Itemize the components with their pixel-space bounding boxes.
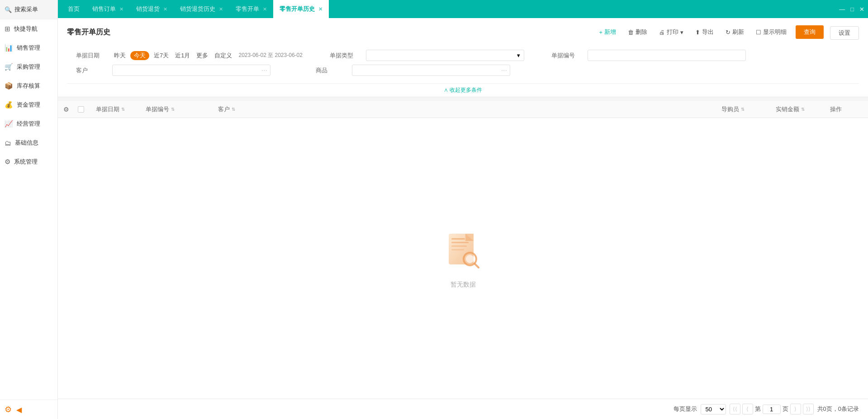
th-num[interactable]: 单据编号 ⇅ (142, 105, 214, 113)
tab-home[interactable]: 首页 (62, 0, 86, 18)
sales-icon: 📊 (5, 44, 13, 52)
goods-dots[interactable]: ··· (501, 66, 507, 75)
delete-label: 删除 (636, 28, 647, 36)
svg-rect-3 (451, 245, 467, 247)
export-button[interactable]: ⬆ 导出 (693, 26, 716, 38)
date-range-display: 2023-06-02 至 2023-06-02 (238, 52, 302, 59)
page-last-button[interactable]: ⟩⟩ (803, 404, 814, 414)
search-icon: 🔍 (5, 6, 12, 13)
add-button[interactable]: + 新增 (596, 26, 619, 38)
refresh-button[interactable]: ↻ 刷新 (723, 26, 747, 38)
filter-area: 单据日期 昨天 今天 近7天 近1月 更多 自定义 2023-06-02 至 2… (67, 45, 859, 83)
table-settings-icon[interactable]: ⚙ (63, 106, 78, 113)
svg-rect-1 (451, 238, 465, 240)
num-input-wrapper[interactable] (588, 50, 746, 61)
display-detail-button[interactable]: ☐ 显示明细 (753, 26, 789, 38)
add-label: 新增 (604, 28, 616, 36)
main-area: 首页 销售订单 ✕ 销货退货 ✕ 销货退货历史 ✕ 零售开单 ✕ 零售开单历史 … (58, 0, 868, 419)
customer-dots[interactable]: ··· (261, 66, 267, 75)
table-header: ⚙ 单据日期 ⇅ 单据编号 ⇅ 客户 ⇅ 导购员 ⇅ (58, 101, 868, 118)
sidebar-search-label: 搜索采单 (14, 5, 38, 14)
topbar: 首页 销售订单 ✕ 销货退货 ✕ 销货退货历史 ✕ 零售开单 ✕ 零售开单历史 … (58, 0, 868, 18)
tab-retail-history-close[interactable]: ✕ (318, 6, 323, 12)
page-size-label: 每页显示 (674, 405, 697, 413)
topbar-window-controls: — □ ✕ (839, 6, 864, 13)
tab-retail-order-close[interactable]: ✕ (263, 6, 267, 12)
date-option-custom[interactable]: 自定义 (213, 51, 234, 61)
filter-row-customer: 客户 ··· 商品 ··· (76, 65, 850, 76)
goods-input[interactable] (356, 67, 506, 74)
sidebar-item-operations[interactable]: 📈 经营管理 (0, 114, 57, 133)
customer-filter-label: 客户 (76, 66, 103, 75)
sidebar-item-sales[interactable]: 📊 销售管理 (0, 38, 57, 57)
date-option-1month[interactable]: 近1月 (173, 51, 192, 61)
window-max-button[interactable]: □ (850, 6, 854, 13)
th-amount[interactable]: 实销金额 ⇅ (772, 105, 826, 113)
num-input[interactable] (592, 52, 742, 59)
date-options: 昨天 今天 近7天 近1月 更多 自定义 2023-06-02 至 2023-0… (112, 51, 303, 61)
page-number-input[interactable] (763, 405, 781, 414)
settings-button[interactable]: 设置 (830, 26, 859, 40)
filter-row-date: 单据日期 昨天 今天 近7天 近1月 更多 自定义 2023-06-02 至 2… (76, 50, 850, 61)
date-option-more[interactable]: 更多 (194, 51, 210, 61)
table-container: ⚙ 单据日期 ⇅ 单据编号 ⇅ 客户 ⇅ 导购员 ⇅ (58, 101, 868, 399)
tab-sales-order-label: 销售订单 (92, 5, 116, 13)
page-next-button[interactable]: ⟩ (790, 404, 801, 414)
tab-sales-return-close[interactable]: ✕ (163, 6, 167, 12)
customer-input[interactable] (116, 67, 266, 74)
page-size-select[interactable]: 50 10 20 100 (701, 404, 726, 414)
sidebar-item-finance[interactable]: 💰 资金管理 (0, 95, 57, 114)
sidebar-item-system[interactable]: ⚙ 系统管理 (0, 152, 57, 171)
settings-gear-icon[interactable]: ⚙ (5, 405, 12, 414)
page-prev-button[interactable]: ⟨ (742, 404, 753, 414)
sidebar-item-basic[interactable]: 🗂 基础信息 (0, 133, 57, 152)
tab-sales-return-history-close[interactable]: ✕ (219, 6, 223, 12)
date-option-yesterday[interactable]: 昨天 (112, 51, 128, 61)
page-header: 零售开单历史 + 新增 🗑 删除 🖨 打印 ▾ (58, 18, 868, 97)
tab-sales-return-label: 销货退货 (136, 5, 160, 13)
collapse-bar[interactable]: ∧ 收起更多条件 (67, 83, 859, 97)
sidebar-item-inventory[interactable]: 📦 库存核算 (0, 76, 57, 95)
date-option-7days[interactable]: 近7天 (152, 51, 171, 61)
window-min-button[interactable]: — (839, 6, 845, 13)
checkbox-box[interactable] (78, 106, 84, 113)
tab-retail-history-label: 零售开单历史 (280, 5, 315, 13)
purchase-icon: 🛒 (5, 63, 13, 71)
sidebar-item-label: 基础信息 (15, 139, 38, 147)
tab-retail-history[interactable]: 零售开单历史 ✕ (273, 0, 329, 18)
th-operation-label: 操作 (830, 105, 842, 113)
tab-retail-order[interactable]: 零售开单 ✕ (229, 0, 273, 18)
tab-sales-order[interactable]: 销售订单 ✕ (86, 0, 130, 18)
tab-sales-order-close[interactable]: ✕ (119, 6, 123, 12)
sidebar-item-label: 资金管理 (17, 101, 40, 109)
customer-input-wrapper[interactable]: ··· (112, 65, 270, 76)
goods-input-wrapper[interactable]: ··· (352, 65, 510, 76)
query-button[interactable]: 查询 (796, 25, 824, 39)
table-select-all-checkbox[interactable] (78, 106, 92, 113)
th-date[interactable]: 单据日期 ⇅ (92, 105, 142, 113)
th-customer[interactable]: 客户 ⇅ (214, 105, 718, 113)
delete-button[interactable]: 🗑 删除 (625, 26, 650, 38)
page-first-button[interactable]: ⟨⟨ (730, 404, 740, 414)
tab-sales-return[interactable]: 销货退货 ✕ (130, 0, 174, 18)
sidebar: 🔍 搜索采单 ⊞ 快捷导航 📊 销售管理 🛒 采购管理 📦 库存核算 💰 资金管… (0, 0, 58, 419)
collapse-sidebar-icon[interactable]: ◀ (16, 405, 22, 414)
page-suffix: 页 (783, 405, 788, 413)
th-guide-label: 导购员 (721, 105, 739, 113)
tab-sales-return-history[interactable]: 销货退货历史 ✕ (174, 0, 229, 18)
sidebar-search[interactable]: 🔍 搜索采单 (0, 0, 57, 19)
window-close-button[interactable]: ✕ (859, 6, 864, 13)
print-button[interactable]: 🖨 打印 ▾ (656, 26, 686, 38)
type-select[interactable]: ▾ (366, 50, 524, 61)
th-guide[interactable]: 导购员 ⇅ (718, 105, 772, 113)
th-customer-label: 客户 (218, 105, 230, 113)
quick-nav-icon: ⊞ (5, 25, 10, 33)
sidebar-item-label: 快捷导航 (14, 25, 38, 33)
sidebar-item-purchase[interactable]: 🛒 采购管理 (0, 57, 57, 76)
tab-home-label: 首页 (68, 5, 80, 13)
sidebar-item-quick-nav[interactable]: ⊞ 快捷导航 (0, 19, 57, 38)
date-option-today[interactable]: 今天 (130, 51, 149, 60)
refresh-label: 刷新 (732, 28, 744, 36)
page-title-row: 零售开单历史 + 新增 🗑 删除 🖨 打印 ▾ (67, 24, 859, 40)
svg-rect-4 (451, 249, 464, 250)
